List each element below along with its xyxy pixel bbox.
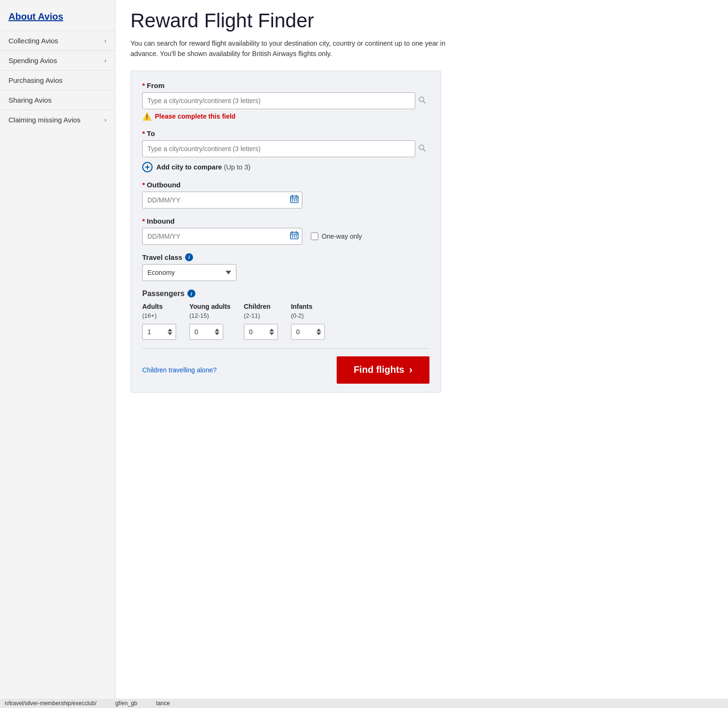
main-content: Reward Flight Finder You can search for … xyxy=(115,0,539,708)
sidebar: About Avios Collecting Avios › Spending … xyxy=(0,0,115,708)
from-search-icon[interactable] xyxy=(418,96,426,105)
warning-icon: ⚠️ xyxy=(142,112,152,121)
infants-age: (0-2) xyxy=(291,312,325,319)
inbound-field-group: * Inbound xyxy=(142,217,429,245)
svg-rect-18 xyxy=(292,235,293,236)
outbound-field-group: * Outbound xyxy=(142,181,429,209)
outbound-label: * Outbound xyxy=(142,181,429,189)
sidebar-item-purchasing[interactable]: Purchasing Avios xyxy=(0,70,115,90)
sidebar-item-label: Sharing Avios xyxy=(8,96,51,104)
children-age: (2-11) xyxy=(244,312,278,319)
sidebar-item-claiming[interactable]: Claiming missing Avios › xyxy=(0,110,115,129)
one-way-row: One-way only xyxy=(311,233,362,240)
to-search-icon[interactable] xyxy=(418,144,426,153)
from-input[interactable] xyxy=(142,92,415,109)
sidebar-item-collecting[interactable]: Collecting Avios › xyxy=(0,31,115,50)
chevron-right-icon: › xyxy=(105,57,106,64)
status-bar: n/travel/silver-membership/execclub/ gf/… xyxy=(0,699,728,708)
inbound-date-input[interactable] xyxy=(142,228,302,245)
travel-class-select[interactable]: Economy Premium Economy Business First xyxy=(142,264,236,281)
add-city-button[interactable]: + Add city to compare (Up to 3) xyxy=(142,162,429,172)
svg-rect-19 xyxy=(294,235,295,236)
sidebar-item-label: Collecting Avios xyxy=(8,37,58,45)
sidebar-item-spending[interactable]: Spending Avios › xyxy=(0,50,115,70)
svg-rect-13 xyxy=(296,200,297,201)
sidebar-item-label: Spending Avios xyxy=(8,56,57,64)
required-star: * xyxy=(142,81,145,89)
children-alone-link[interactable]: Children travelling alone? xyxy=(142,366,217,374)
passengers-field-group: Passengers i Adults (16+) 123456 Young a… xyxy=(142,290,429,340)
adults-label: Adults xyxy=(142,303,176,310)
from-input-wrapper xyxy=(142,92,429,109)
to-field-group: * To + Add city to compare (Up to 3) xyxy=(142,129,429,172)
svg-rect-11 xyxy=(292,200,293,201)
page-description: You can search for reward flight availab… xyxy=(130,39,460,59)
add-city-icon: + xyxy=(142,162,153,172)
arrow-right-icon: › xyxy=(409,364,413,376)
to-input-wrapper xyxy=(142,140,429,157)
outbound-calendar-icon[interactable] xyxy=(290,194,299,205)
status-url-3: tance xyxy=(156,700,170,707)
required-star: * xyxy=(142,217,145,225)
young-adults-column: Young adults (12-15) 0123 xyxy=(189,303,231,340)
sidebar-item-label: Claiming missing Avios xyxy=(8,116,81,124)
one-way-checkbox[interactable] xyxy=(311,233,318,240)
find-flights-button[interactable]: Find flights › xyxy=(337,356,429,384)
svg-rect-20 xyxy=(296,235,297,236)
status-url-2: gf/en_gb xyxy=(115,700,138,707)
sidebar-item-label: Purchasing Avios xyxy=(8,76,63,84)
young-adults-stepper[interactable]: 0123 xyxy=(189,324,223,340)
to-input[interactable] xyxy=(142,140,415,157)
adults-stepper[interactable]: 123456 xyxy=(142,324,176,340)
status-url-1: n/travel/silver-membership/execclub/ xyxy=(5,700,97,707)
inbound-calendar-icon[interactable] xyxy=(290,231,299,241)
to-label: * To xyxy=(142,129,429,137)
adults-column: Adults (16+) 123456 xyxy=(142,303,176,340)
svg-rect-9 xyxy=(294,199,295,200)
svg-rect-10 xyxy=(296,199,297,200)
required-star: * xyxy=(142,129,145,137)
infants-stepper[interactable]: 012 xyxy=(291,324,325,340)
outbound-date-wrapper xyxy=(142,192,302,209)
svg-rect-21 xyxy=(292,236,293,237)
passengers-info-icon[interactable]: i xyxy=(187,290,195,298)
form-bottom-bar: Children travelling alone? Find flights … xyxy=(142,348,429,384)
children-column: Children (2-11) 0123 xyxy=(244,303,278,340)
inbound-date-wrapper xyxy=(142,228,302,245)
add-city-label: Add city to compare (Up to 3) xyxy=(156,163,251,171)
young-adults-age: (12-15) xyxy=(189,312,231,319)
svg-rect-8 xyxy=(292,199,293,200)
inbound-row: One-way only xyxy=(142,228,429,245)
children-label: Children xyxy=(244,303,278,310)
travel-class-label-row: Travel class i xyxy=(142,253,429,261)
outbound-date-input[interactable] xyxy=(142,192,302,209)
page-title: Reward Flight Finder xyxy=(130,9,524,32)
passengers-label: Passengers xyxy=(142,290,185,298)
travel-class-field-group: Travel class i Economy Premium Economy B… xyxy=(142,253,429,281)
from-field-group: * From ⚠️ Please complete this field xyxy=(142,81,429,121)
children-stepper[interactable]: 0123 xyxy=(244,324,278,340)
flight-finder-form: * From ⚠️ Please complete this field xyxy=(130,71,441,393)
chevron-right-icon: › xyxy=(105,116,106,123)
infants-label: Infants xyxy=(291,303,325,310)
young-adults-label: Young adults xyxy=(189,303,231,310)
adults-age: (16+) xyxy=(142,312,176,319)
svg-line-1 xyxy=(423,101,425,103)
passengers-label-row: Passengers i xyxy=(142,290,429,298)
svg-rect-12 xyxy=(294,200,295,201)
svg-line-3 xyxy=(423,149,425,151)
from-label: * From xyxy=(142,81,429,89)
sidebar-heading[interactable]: About Avios xyxy=(0,5,115,31)
inbound-label: * Inbound xyxy=(142,217,429,225)
chevron-right-icon: › xyxy=(105,37,106,44)
svg-rect-23 xyxy=(296,236,297,237)
from-error-message: ⚠️ Please complete this field xyxy=(142,112,429,121)
infants-column: Infants (0-2) 012 xyxy=(291,303,325,340)
one-way-label[interactable]: One-way only xyxy=(322,233,362,240)
svg-rect-22 xyxy=(294,236,295,237)
sidebar-item-sharing[interactable]: Sharing Avios xyxy=(0,90,115,110)
required-star: * xyxy=(142,181,145,189)
travel-class-label: Travel class xyxy=(142,253,182,261)
passengers-grid: Adults (16+) 123456 Young adults (12-15)… xyxy=(142,303,429,340)
travel-class-info-icon[interactable]: i xyxy=(185,253,193,261)
